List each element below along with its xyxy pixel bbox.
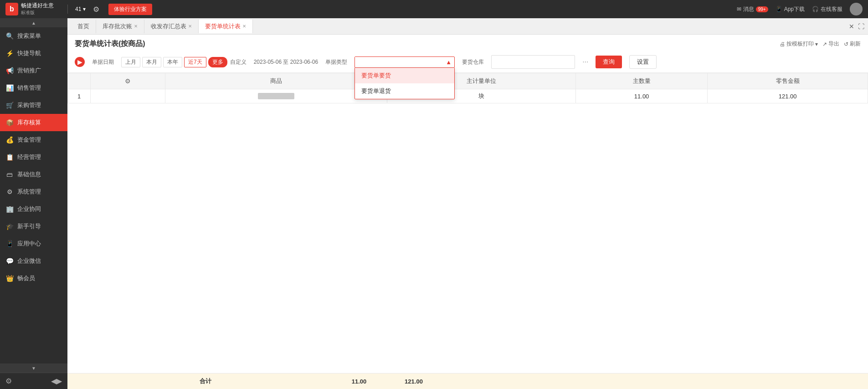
quick-nav-icon: ⚡ (5, 49, 14, 57)
user-avatar[interactable] (850, 3, 863, 15)
last-month-btn[interactable]: 上月 (121, 57, 140, 67)
sidebar: ▲ 🔍 搜索菜单 ⚡ 快捷导航 📢 营销推广 📊 销售管理 (0, 18, 67, 389)
sidebar-item-inventory[interactable]: 📦 库存核算 (0, 114, 67, 131)
dropdown-item-order-return[interactable]: 要货单退货 (355, 83, 454, 99)
sidebar-item-system[interactable]: ⚙ 系统管理 (0, 183, 67, 200)
tab-inventory-batch-label: 库存批次账 (103, 22, 132, 31)
total-bar: 合计 11.00 121.00 (67, 373, 868, 389)
main-layout: ▲ 🔍 搜索菜单 ⚡ 快捷导航 📢 营销推广 📊 销售管理 (0, 18, 868, 389)
sales-icon: 📊 (5, 84, 14, 92)
sidebar-item-label: 销售管理 (17, 84, 41, 92)
topbar-divider (67, 5, 68, 14)
col-settings-icon[interactable]: ⚙ (125, 77, 131, 85)
warehouse-filter-input[interactable] (495, 57, 571, 67)
sidebar-item-finance[interactable]: 💰 资金管理 (0, 131, 67, 148)
settings-filter-button[interactable]: 设置 (629, 55, 657, 69)
page-title: 要货单统计表(按商品) (75, 39, 145, 49)
dropdown-item-order-goods[interactable]: 要货单要货 (355, 68, 454, 83)
tabs-bar: 首页 库存批次账 ✕ 收发存汇总表 ✕ 要货单统计表 ✕ ✕ ⛶ (67, 18, 868, 35)
marketing-icon: 📢 (5, 67, 14, 75)
tab-order-summary-label: 要货单统计表 (205, 22, 241, 31)
cell-amount: 121.00 (708, 89, 868, 103)
tab-inventory-batch-close[interactable]: ✕ (134, 24, 138, 29)
tab-recv-summary[interactable]: 收发存汇总表 ✕ (144, 20, 199, 33)
sidebar-item-label: 畅会员 (17, 274, 35, 282)
filter-more-options[interactable]: ··· (582, 58, 588, 66)
date-quick-buttons: 上月 本月 本年 近7天 更多 (121, 57, 227, 67)
dropdown-item-order-goods-label: 要货单要货 (361, 72, 391, 79)
filter-expand-button[interactable]: ▶ (75, 57, 85, 67)
page-header: 要货单统计表(按商品) 🖨 按模板打印 ▾ ↗ 导出 ↺ 刷新 (67, 35, 868, 51)
type-dropdown-menu: 要货单要货 要货单退货 (354, 67, 455, 99)
type-filter-label: 单据类型 (325, 58, 347, 66)
sidebar-scroll-down[interactable]: ▼ (0, 363, 67, 373)
table-head: ⚙ 商品 主计量单位 主数量 零售金额 (68, 73, 868, 89)
type-filter-input-group[interactable]: ▲ 要货单要货 要货单退货 (354, 56, 455, 68)
sidebar-settings-icon[interactable]: ⚙ (5, 377, 12, 385)
sidebar-item-label: 采购管理 (17, 101, 41, 109)
warehouse-filter-label: 要货仓库 (462, 58, 484, 66)
settings-icon[interactable]: ⚙ (93, 5, 99, 14)
sidebar-item-search[interactable]: 🔍 搜索菜单 (0, 27, 67, 45)
sidebar-item-wechat[interactable]: 💬 企业微信 (0, 252, 67, 270)
total-text: 合计 (200, 378, 211, 384)
refresh-button[interactable]: ↺ 刷新 (844, 40, 861, 48)
phone-icon: 📱 (776, 6, 782, 12)
last-7days-btn[interactable]: 近7天 (184, 57, 206, 67)
message-badge: 99+ (756, 6, 768, 12)
trial-button[interactable]: 体验行业方案 (108, 4, 152, 15)
this-year-btn[interactable]: 本年 (163, 57, 182, 67)
operation-icon: 📋 (5, 153, 14, 161)
page-actions: 🖨 按模板打印 ▾ ↗ 导出 ↺ 刷新 (780, 40, 861, 48)
top-bar-left: b 畅捷通好生意 标准版 41 ▾ ⚙ 体验行业方案 (5, 2, 152, 16)
warehouse-filter-input-group[interactable] (491, 55, 575, 69)
tab-order-summary[interactable]: 要货单统计表 ✕ (199, 20, 253, 33)
tab-order-summary-close[interactable]: ✕ (242, 24, 246, 29)
sidebar-item-operation[interactable]: 📋 经营管理 (0, 148, 67, 166)
sidebar-item-label: 营销推广 (17, 67, 41, 75)
wechat-icon: 💬 (5, 257, 14, 265)
sidebar-item-member[interactable]: 👑 畅会员 (0, 270, 67, 287)
tab-home[interactable]: 首页 (71, 20, 96, 33)
query-button[interactable]: 查询 (596, 56, 622, 68)
custom-label: 自定义 (230, 58, 247, 66)
sidebar-item-label: 库存核算 (17, 118, 41, 127)
store-number: 41 (75, 6, 81, 12)
sidebar-item-marketing[interactable]: 📢 营销推广 (0, 62, 67, 79)
export-button[interactable]: ↗ 导出 (822, 40, 839, 48)
sidebar-item-enterprise[interactable]: 🏢 企业协同 (0, 200, 67, 218)
message-button[interactable]: ✉ 消息 99+ (737, 5, 768, 13)
tab-recv-summary-close[interactable]: ✕ (188, 24, 192, 29)
sidebar-item-label: 快捷导航 (17, 49, 41, 57)
type-filter-input[interactable] (355, 57, 443, 67)
sidebar-items: 🔍 搜索菜单 ⚡ 快捷导航 📢 营销推广 📊 销售管理 🛒 采购管理 (0, 27, 67, 363)
table-body: 1 块 11.00 121.00 (68, 89, 868, 103)
sidebar-item-quick-nav[interactable]: ⚡ 快捷导航 (0, 45, 67, 62)
content-area: 首页 库存批次账 ✕ 收发存汇总表 ✕ 要货单统计表 ✕ ✕ ⛶ (67, 18, 868, 389)
tab-inventory-batch[interactable]: 库存批次账 ✕ (96, 20, 144, 33)
cell-settings (91, 89, 165, 103)
type-dropdown-arrow[interactable]: ▲ (443, 57, 454, 67)
more-dates-btn[interactable]: 更多 (208, 57, 227, 67)
sidebar-item-label: 新手引导 (17, 222, 41, 230)
app-download-button[interactable]: 📱 App下载 (776, 5, 805, 13)
app-container: b 畅捷通好生意 标准版 41 ▾ ⚙ 体验行业方案 ✉ 消息 99+ 📱 (0, 0, 868, 389)
print-button[interactable]: 🖨 按模板打印 ▾ (780, 40, 818, 48)
sidebar-scroll-up[interactable]: ▲ (0, 18, 67, 27)
this-month-btn[interactable]: 本月 (142, 57, 161, 67)
sidebar-item-purchase[interactable]: 🛒 采购管理 (0, 97, 67, 114)
total-amount-value: 121.00 (386, 378, 441, 385)
col-settings[interactable]: ⚙ (91, 73, 165, 89)
message-label: 消息 (743, 5, 754, 13)
online-service-button[interactable]: 🎧 在线客服 (812, 5, 842, 13)
sidebar-item-guide[interactable]: 🎓 新手引导 (0, 218, 67, 235)
app-center-icon: 📱 (5, 240, 14, 248)
tab-close-all-icon[interactable]: ✕ (849, 23, 854, 30)
sidebar-item-app-center[interactable]: 📱 应用中心 (0, 235, 67, 252)
store-selector[interactable]: 41 ▾ (75, 6, 86, 12)
sidebar-item-sales[interactable]: 📊 销售管理 (0, 79, 67, 97)
sidebar-item-label: 系统管理 (17, 188, 41, 196)
sidebar-collapse-icon[interactable]: ◀▶ (51, 377, 62, 385)
sidebar-item-basic[interactable]: 🗃 基础信息 (0, 166, 67, 183)
tab-expand-icon[interactable]: ⛶ (858, 23, 864, 30)
